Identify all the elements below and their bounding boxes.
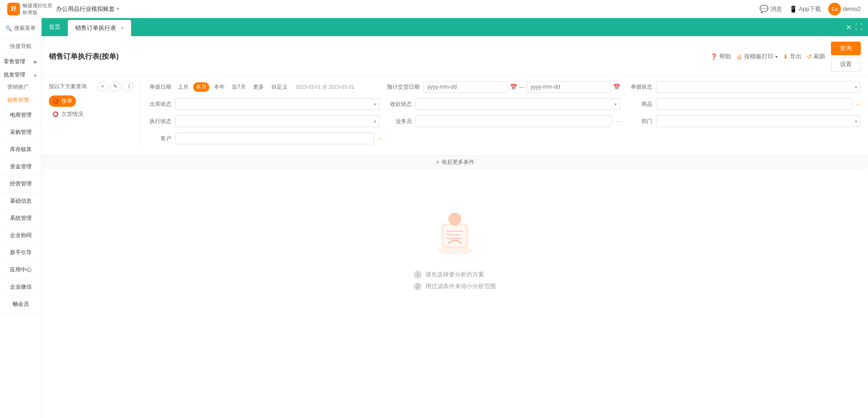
tab-close-icon[interactable]: × [121, 25, 124, 31]
sidebar-item-purchase[interactable]: 采购管理 [0, 124, 41, 141]
sidebar-item-inventory[interactable]: 库存核算 [0, 141, 41, 158]
page-inner: 销售订单执行表(按单) ❓ 帮助 🖨 按模板打印 ▾ ⬇ [42, 36, 868, 418]
sidebar-item-quick-nav[interactable]: 快捷导航 [0, 39, 41, 54]
sidebar-item-app-center[interactable]: 应用中心 [0, 261, 41, 279]
add-scheme-button[interactable]: + [97, 81, 108, 92]
sidebar-search-area: 🔍 搜索菜单 [0, 18, 41, 39]
tab-bar: 首页 销售订单执行表 × ✕ ⛶ [42, 18, 868, 36]
tab-minimize-button[interactable]: ✕ [846, 23, 852, 32]
payment-status-select[interactable] [415, 98, 620, 110]
expected-date-end[interactable] [527, 81, 612, 93]
tab-sales-exec[interactable]: 销售订单执行表 × [68, 20, 131, 36]
scheme-icon2: ⭕ [52, 111, 59, 117]
export-button[interactable]: ⬇ 导出 [783, 52, 802, 61]
content-area: 首页 销售订单执行表 × ✕ ⛶ 销售订单执行表(按单) ❓ [42, 18, 868, 418]
print-button[interactable]: 🖨 按模板打印 ▾ [736, 52, 778, 61]
delivery-status-wrapper: ▾ [175, 98, 380, 110]
sidebar-item-enterprise[interactable]: 企业协同 [0, 227, 41, 244]
sidebar-item-retail[interactable]: 零售管理 ▶ [0, 54, 41, 67]
date-tab-this-month[interactable]: 本月 [193, 82, 209, 92]
sidebar-item-sales[interactable]: 销售管理 [0, 94, 41, 107]
download-icon: 📱 [789, 5, 797, 13]
delivery-status-select[interactable] [175, 98, 380, 110]
logo-icon: 好 [7, 3, 20, 15]
user-menu[interactable]: Ea demo2 [828, 3, 861, 15]
filter-salesperson: 业务员 ··· [387, 115, 620, 127]
expected-date-label: 预计交货日期 [387, 83, 420, 91]
customer-label: 客户 [146, 135, 171, 142]
expected-date-start[interactable] [423, 81, 508, 93]
app-download-button[interactable]: 📱 App下载 [789, 5, 821, 13]
exec-status-wrapper: ▾ [175, 115, 380, 127]
filter-goods: 商品 ··· [627, 98, 861, 110]
date-label: 单据日期 [146, 83, 171, 91]
sidebar: 🔍 搜索菜单 快捷导航 零售管理 ▶ 批发管理 ▲ 营销推广 销售管理 [0, 18, 42, 418]
date-tab-7days[interactable]: 近7天 [229, 82, 249, 92]
salesperson-label: 业务员 [387, 118, 412, 125]
scheme-item-receivable[interactable]: ⭕ 欠货情况 [49, 109, 87, 120]
top-bar-left: 好 畅捷通好生意 标准版 办公用品行业模拟账套 ▾ [7, 2, 119, 15]
sidebar-item-member[interactable]: 畅会员 [0, 296, 41, 313]
sidebar-section-wholesale: 批发管理 ▲ 营销推广 销售管理 [0, 67, 41, 107]
sidebar-item-system[interactable]: 系统管理 [0, 210, 41, 227]
calendar-icon-right[interactable]: 📅 [613, 84, 620, 90]
goods-input[interactable] [656, 98, 853, 110]
goods-more-button[interactable]: ··· [856, 101, 861, 107]
filter-customer: 客户 ··· [146, 133, 382, 144]
calendar-icon-left[interactable]: 📅 [510, 84, 517, 90]
message-button[interactable]: 💬 消息 [760, 5, 782, 13]
tab-home[interactable]: 首页 [42, 18, 68, 36]
logo-area: 好 畅捷通好生意 标准版 [7, 2, 52, 15]
filter-left-panel: 按以下方案查询 + ✎ 《 ⭕ 按单 [49, 81, 139, 150]
svg-point-6 [448, 213, 461, 225]
status-select-wrapper: ▾ [656, 81, 861, 93]
settings-button[interactable]: 设置 [831, 57, 861, 71]
sidebar-item-ecommerce[interactable]: 电商管理 [0, 107, 41, 124]
sidebar-item-corp-wechat[interactable]: 企业微信 [0, 279, 41, 296]
search-menu-button[interactable]: 🔍 搜索菜单 [4, 22, 38, 35]
customer-more-button[interactable]: ··· [377, 135, 382, 142]
status-label: 单据状态 [627, 83, 652, 91]
query-button[interactable]: 查询 [831, 42, 861, 55]
filter-row-3: 执行状态 ▾ 业务员 [146, 115, 861, 127]
filter-row-4: 客户 ··· [146, 133, 861, 144]
print-arrow-icon: ▾ [775, 54, 778, 59]
empty-state: ! 1 请先选择要分析的方案 2 用过滤条件来缩小分析范围 [42, 169, 868, 328]
exec-status-select[interactable] [175, 115, 380, 127]
sidebar-item-marketing[interactable]: 营销推广 [0, 81, 41, 94]
collapse-bar[interactable]: ∧ 收起更多条件 [42, 155, 868, 169]
help-button[interactable]: ❓ 帮助 [710, 52, 731, 61]
date-tab-last-month[interactable]: 上月 [175, 82, 191, 92]
date-tab-more[interactable]: 更多 [250, 82, 267, 92]
date-range-text: 2023-03-01 至 2023-03-31 [296, 84, 354, 90]
filter-payment-status: 收款状态 ▾ [387, 98, 620, 110]
exec-status-label: 执行状态 [146, 118, 171, 125]
salesperson-more-button[interactable]: ··· [616, 118, 620, 124]
date-tab-this-year[interactable]: 本年 [211, 82, 227, 92]
sidebar-item-operations[interactable]: 经营管理 [0, 176, 41, 193]
tab-maximize-button[interactable]: ⛶ [855, 23, 863, 31]
tip-num-2: 2 [414, 282, 422, 290]
customer-input[interactable] [175, 133, 374, 144]
salesperson-input[interactable] [415, 115, 612, 127]
dept-select-wrapper: ▾ [656, 115, 861, 127]
tip-num-1: 1 [414, 271, 422, 279]
sidebar-item-base[interactable]: 基础信息 [0, 193, 41, 210]
refresh-icon: ↺ [807, 53, 812, 60]
date-tab-custom[interactable]: 自定义 [269, 82, 290, 92]
dept-select[interactable] [656, 115, 861, 127]
message-icon: 💬 [760, 5, 769, 13]
scheme-item-single[interactable]: ⭕ 按单 [49, 95, 76, 107]
print-icon: 🖨 [736, 53, 742, 60]
filter-dept: 部门 ▾ [627, 115, 861, 127]
refresh-button[interactable]: ↺ 刷新 [807, 52, 826, 61]
sidebar-item-finance[interactable]: 资金管理 [0, 158, 41, 176]
status-select[interactable] [656, 81, 861, 93]
date-separator: — [519, 84, 525, 90]
collapse-panel-button[interactable]: 《 [123, 81, 133, 92]
app-selector[interactable]: 办公用品行业模拟账套 ▾ [56, 5, 119, 13]
svg-text:!: ! [453, 215, 454, 223]
sidebar-item-wholesale[interactable]: 批发管理 ▲ [0, 67, 41, 81]
sidebar-item-newbie[interactable]: 新手引导 [0, 244, 41, 261]
edit-scheme-button[interactable]: ✎ [110, 81, 121, 92]
